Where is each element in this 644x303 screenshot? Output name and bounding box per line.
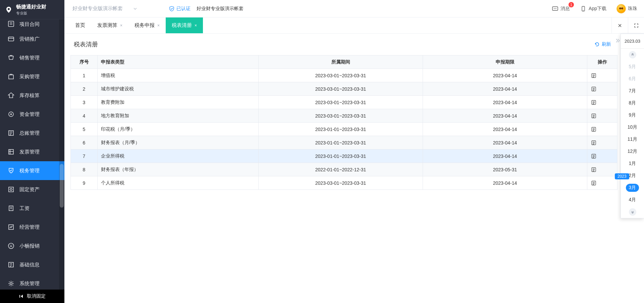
table-row[interactable]: 7企业所得税2023-01-01~2023-03-312023-04-14 (71, 149, 618, 163)
period-month-2[interactable]: 7月 (626, 85, 639, 97)
refresh-button[interactable]: 刷新 (594, 41, 611, 47)
view-detail-icon[interactable] (591, 140, 614, 146)
cell-type: 城市维护建设税 (98, 82, 259, 96)
view-detail-icon[interactable] (591, 99, 614, 105)
cell-deadline: 2023-05-31 (423, 163, 587, 176)
cell-deadline: 2023-04-14 (423, 82, 587, 96)
tab-2[interactable]: 税务申报× (128, 17, 166, 33)
sidebar-item-13[interactable]: 基础信息 (0, 255, 64, 274)
sidebar-item-label: 基础信息 (19, 262, 40, 268)
sidebar-menu: 项目合同营销推广销售管理采购管理库存核算资金管理总账管理发票管理税务管理固定资产… (0, 19, 64, 290)
table-row[interactable]: 5印花税（月/季）2023-01-01~2023-03-312023-04-14 (71, 123, 618, 136)
tab-close-icon[interactable]: × (195, 23, 197, 28)
period-month-7[interactable]: 12月 (626, 145, 639, 158)
sidebar-item-7[interactable]: 发票管理 (0, 142, 64, 161)
cell-seq: 9 (71, 176, 98, 190)
period-month-0[interactable]: 5月 (626, 61, 639, 73)
table-row[interactable]: 3教育费附加2023-03-01~2023-03-312023-04-14 (71, 96, 618, 109)
cell-period: 2023-03-01~2023-03-31 (259, 69, 423, 82)
table-row[interactable]: 1增值税2023-03-01~2023-03-312023-04-14 (71, 69, 618, 82)
cell-period: 2023-01-01~2023-03-31 (259, 149, 423, 163)
tab-0[interactable]: 首页 (69, 17, 91, 33)
brand: 畅捷通好业财 专业版 (0, 0, 64, 19)
sidebar-scrollbar[interactable] (59, 19, 64, 290)
svg-rect-0 (8, 21, 14, 27)
refresh-label: 刷新 (602, 41, 611, 47)
cell-op (587, 123, 618, 136)
sidebar-item-12[interactable]: 小畅报销 (0, 236, 64, 255)
cell-type: 地方教育附加 (98, 109, 259, 123)
sidebar-item-3[interactable]: 采购管理 (0, 67, 64, 86)
view-detail-icon[interactable] (591, 86, 614, 92)
period-month-label: 3月 (626, 184, 639, 192)
menu-icon (7, 242, 15, 250)
tab-close-icon[interactable]: × (120, 23, 122, 28)
view-detail-icon[interactable] (591, 153, 614, 159)
sidebar-item-4[interactable]: 库存核算 (0, 86, 64, 105)
svg-point-7 (10, 188, 12, 190)
period-month-8[interactable]: 1月 (626, 158, 639, 170)
period-current[interactable]: 2023.03 (621, 34, 644, 49)
period-month-4[interactable]: 9月 (626, 109, 639, 121)
table-row[interactable]: 6财务报表（月/季）2023-01-01~2023-03-312023-04-1… (71, 136, 618, 149)
view-detail-icon[interactable] (591, 73, 614, 79)
view-detail-icon[interactable] (591, 180, 614, 186)
menu-icon (7, 92, 15, 99)
app-download-button[interactable]: App下载 (578, 4, 608, 13)
view-detail-icon[interactable] (591, 113, 614, 119)
svg-rect-8 (9, 206, 13, 211)
period-month-label: 2月 (629, 173, 636, 179)
tab-label: 税务申报 (135, 22, 155, 29)
user-menu[interactable]: 珠珠 (614, 3, 639, 15)
verified-label: 已认证 (176, 6, 191, 12)
period-collapse-icon[interactable] (615, 38, 620, 43)
table-row[interactable]: 9个人所得税2023-03-01~2023-03-312023-04-14 (71, 176, 618, 190)
period-month-1[interactable]: 6月 (626, 73, 639, 85)
tab-1[interactable]: 发票测算× (91, 17, 128, 33)
period-month-3[interactable]: 8月 (626, 97, 639, 109)
sidebar-item-0[interactable]: 项目合同 (0, 19, 64, 30)
cell-period: 2023-03-01~2023-03-31 (259, 82, 423, 96)
period-current-label: 2023.03 (625, 39, 640, 44)
sidebar-item-6[interactable]: 总账管理 (0, 124, 64, 142)
menu-icon (7, 167, 15, 174)
cell-seq: 5 (71, 123, 98, 136)
period-scroll-up[interactable] (621, 49, 644, 61)
svg-rect-1 (8, 37, 14, 41)
sidebar-item-2[interactable]: 销售管理 (0, 48, 64, 67)
period-month-label: 7月 (629, 88, 636, 94)
cell-deadline: 2023-04-14 (423, 69, 587, 82)
tax-table: 序号 申报表类型 所属期间 申报期限 操作 1增值税2023-03-01~202… (70, 55, 618, 190)
period-month-6[interactable]: 11月 (626, 133, 639, 145)
sidebar-item-14[interactable]: 系统管理 (0, 274, 64, 290)
sidebar-item-label: 营销推广 (19, 36, 40, 42)
sidebar-item-8[interactable]: 税务管理 (0, 161, 64, 180)
tabs-close-all-button[interactable] (612, 17, 628, 34)
table-row[interactable]: 2城市维护建设税2023-03-01~2023-03-312023-04-14 (71, 82, 618, 96)
tab-3[interactable]: 税表清册× (166, 17, 203, 33)
view-detail-icon[interactable] (591, 167, 614, 173)
sidebar-item-9[interactable]: 固定资产 (0, 180, 64, 199)
tab-close-icon[interactable]: × (157, 23, 160, 28)
sidebar-item-1[interactable]: 营销推广 (0, 30, 64, 48)
sidebar-unpin-label: 取消固定 (27, 293, 46, 299)
content: 税表清册 刷新 序号 申报表类型 所属期间 申报期限 操作 1增值 (64, 34, 644, 303)
view-detail-icon[interactable] (591, 126, 614, 132)
sidebar-item-10[interactable]: 工资 (0, 199, 64, 218)
table-row[interactable]: 8财务报表（年报）2022-01-01~2022-12-312023-05-31 (71, 163, 618, 176)
sidebar-item-11[interactable]: 经营管理 (0, 218, 64, 236)
period-scroll-down[interactable] (621, 206, 644, 218)
messages-button[interactable]: 消息 1 (550, 4, 572, 13)
table-row[interactable]: 4地方教育附加2023-03-01~2023-03-312023-04-14 (71, 109, 618, 123)
brand-logo-icon (5, 6, 13, 14)
avatar (616, 4, 626, 13)
sidebar-unpin-button[interactable]: 取消固定 (0, 290, 64, 303)
fullscreen-button[interactable] (628, 17, 644, 34)
period-month-10[interactable]: 3月 (626, 182, 639, 194)
sidebar-item-5[interactable]: 资金管理 (0, 105, 64, 124)
cell-seq: 8 (71, 163, 98, 176)
period-month-5[interactable]: 10月 (626, 121, 639, 133)
cell-deadline: 2023-04-14 (423, 109, 587, 123)
period-month-11[interactable]: 4月 (626, 194, 639, 206)
tenant-select[interactable]: 好业财专业版演示帐套 (72, 5, 163, 12)
